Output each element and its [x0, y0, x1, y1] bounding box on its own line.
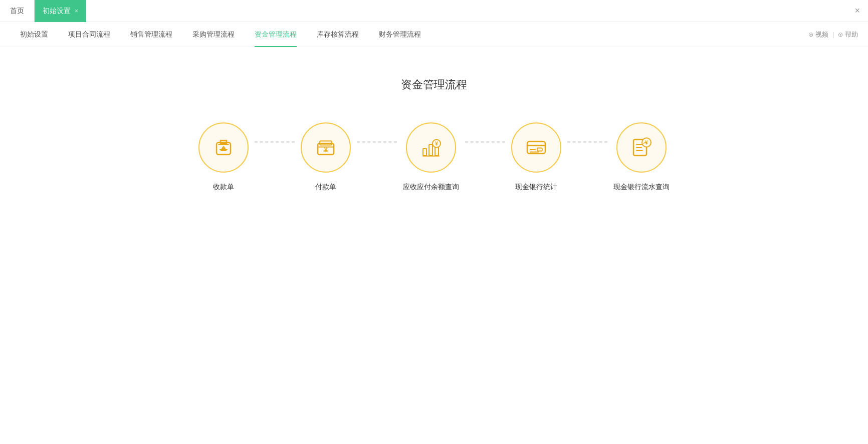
video-link[interactable]: ⊙ 视频	[808, 30, 828, 39]
page-title: 资金管理流程	[401, 77, 467, 92]
bank-flow-label: 现金银行流水查询	[613, 183, 670, 192]
bank-stat-icon-circle[interactable]	[511, 122, 561, 173]
top-bar-right: ×	[854, 6, 868, 16]
payment-box-icon: ¥	[313, 134, 339, 161]
receipt-icon-circle[interactable]: ¥	[198, 122, 249, 173]
flow-item-bank-stat: 现金银行统计	[511, 122, 561, 192]
nav-item-fund-management[interactable]: 资金管理流程	[245, 22, 307, 47]
nav-divider: |	[832, 31, 834, 38]
active-tab-label: 初始设置	[43, 7, 71, 16]
home-tab[interactable]: 首页	[0, 0, 35, 22]
nav-right: ⊙ 视频 | ⊙ 帮助	[808, 30, 858, 39]
connector-2	[351, 141, 403, 142]
connector-1	[249, 141, 301, 142]
dotted-line-4	[567, 141, 607, 142]
balance-chart-icon: ¥	[418, 134, 444, 161]
main-content: 资金管理流程 ¥ 收款单	[0, 47, 868, 192]
payment-label: 付款单	[315, 183, 336, 192]
flow-container: ¥ 收款单 ¥ 付款单	[198, 122, 670, 192]
flow-item-balance: ¥ 应收应付余额查询	[403, 122, 459, 192]
bank-report-icon: ¥	[628, 134, 655, 161]
nav-item-purchase-management[interactable]: 采购管理流程	[182, 22, 245, 47]
receipt-yen-icon: ¥	[210, 134, 237, 161]
svg-rect-5	[423, 149, 426, 156]
bank-lines-icon	[523, 134, 549, 161]
dotted-line-2	[357, 141, 397, 142]
svg-rect-11	[537, 148, 542, 151]
nav-item-initial-setup[interactable]: 初始设置	[10, 22, 58, 47]
svg-text:¥: ¥	[435, 141, 438, 146]
connector-4	[561, 141, 613, 142]
nav-item-inventory-accounting[interactable]: 库存核算流程	[307, 22, 369, 47]
bank-stat-label: 现金银行统计	[515, 183, 557, 192]
svg-rect-6	[429, 144, 432, 156]
close-tab-icon[interactable]: ×	[75, 8, 78, 15]
active-tab[interactable]: 初始设置 ×	[35, 0, 86, 22]
svg-text:¥: ¥	[222, 146, 226, 152]
close-window-button[interactable]: ×	[854, 6, 860, 16]
receipt-label: 收款单	[213, 183, 234, 192]
dotted-line-3	[465, 141, 505, 142]
payment-icon-circle[interactable]: ¥	[301, 122, 351, 173]
help-link[interactable]: ⊙ 帮助	[838, 30, 858, 39]
nav-item-project-contract[interactable]: 项目合同流程	[58, 22, 120, 47]
flow-item-bank-flow: ¥ 现金银行流水查询	[613, 122, 670, 192]
dotted-line-1	[255, 141, 295, 142]
flow-item-receipt: ¥ 收款单	[198, 122, 249, 192]
nav-bar: 初始设置 项目合同流程 销售管理流程 采购管理流程 资金管理流程 库存核算流程 …	[0, 22, 868, 47]
svg-text:¥: ¥	[324, 146, 328, 154]
balance-icon-circle[interactable]: ¥	[406, 122, 456, 173]
balance-label: 应收应付余额查询	[403, 183, 459, 192]
top-bar: 首页 初始设置 × ×	[0, 0, 868, 22]
bank-flow-icon-circle[interactable]: ¥	[616, 122, 667, 173]
nav-item-sales-management[interactable]: 销售管理流程	[120, 22, 182, 47]
nav-item-financial-management[interactable]: 财务管理流程	[369, 22, 431, 47]
flow-item-payment: ¥ 付款单	[301, 122, 351, 192]
connector-3	[459, 141, 511, 142]
